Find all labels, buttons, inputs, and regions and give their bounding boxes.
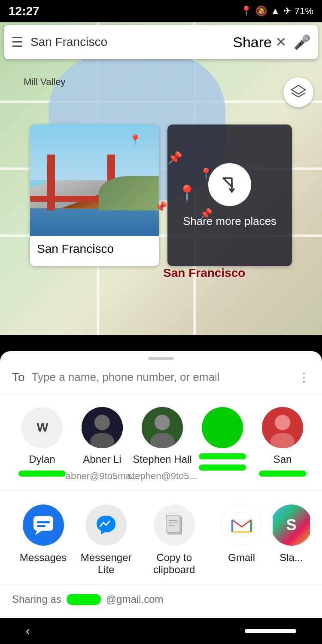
svg-point-9 xyxy=(155,415,170,430)
clipboard-icon-svg xyxy=(163,513,186,537)
menu-close-icon[interactable]: ☰ xyxy=(11,34,24,50)
notification-muted-icon: 🔕 xyxy=(255,6,267,17)
map-pin-5: 📍 xyxy=(129,134,142,146)
contact-name-san: San xyxy=(273,453,292,465)
sharing-as-suffix: @gmail.com xyxy=(106,593,164,605)
app-item-messenger[interactable]: Messenger Lite xyxy=(74,504,138,576)
map-label-san-francisco: San Francisco xyxy=(163,266,245,280)
contact-item-4[interactable] xyxy=(192,407,252,482)
svg-rect-20 xyxy=(166,515,180,532)
sharing-as-row: Sharing as @gmail.com xyxy=(0,585,322,610)
map-pin-1: 📌 xyxy=(167,151,182,165)
contact-email-stephen: stephen@9to5... xyxy=(128,471,197,482)
contact-badge-green-2 xyxy=(199,465,246,471)
contact-badge-san xyxy=(259,471,306,477)
abner-avatar-image xyxy=(82,407,123,448)
apps-section: Messages Messenger Lite xyxy=(0,491,322,585)
contact-name-abner: Abner Li xyxy=(83,453,121,465)
airplane-icon: ✈ xyxy=(283,6,291,17)
map-pin-4: 📍 xyxy=(200,167,213,179)
search-clear-icon[interactable]: ✕ xyxy=(275,34,287,50)
contact-avatar-green xyxy=(202,407,243,448)
hillside xyxy=(99,176,159,210)
to-input[interactable] xyxy=(32,371,298,384)
to-label: To xyxy=(12,371,25,384)
gmail-icon-svg xyxy=(229,512,255,538)
app-item-messages[interactable]: Messages xyxy=(12,504,74,576)
svg-rect-17 xyxy=(37,525,46,527)
microphone-icon[interactable]: 🎤 xyxy=(294,34,311,50)
back-button[interactable]: ‹ xyxy=(26,624,30,638)
svg-marker-15 xyxy=(35,531,42,535)
share-more-icon-circle xyxy=(208,163,251,206)
app-item-gmail[interactable]: Gmail xyxy=(210,504,273,576)
wifi-icon: ▲ xyxy=(270,6,280,17)
share-more-label: Share more places xyxy=(183,215,276,228)
contact-badge-dylan xyxy=(18,471,66,477)
stephen-avatar-image xyxy=(142,407,183,448)
san-avatar-image xyxy=(262,407,303,448)
app-item-slack[interactable]: S Sla... xyxy=(273,504,310,576)
wps-logo-icon: W xyxy=(37,421,47,434)
water-bg xyxy=(30,208,159,236)
more-options-icon[interactable]: ⋮ xyxy=(298,370,310,384)
contact-item-dylan[interactable]: W Dylan xyxy=(12,407,72,482)
contact-name-stephen: Stephen Hall xyxy=(133,453,191,465)
contact-avatar-dylan: W xyxy=(21,407,63,448)
contact-item-abner[interactable]: Abner Li abner@9to5ma... xyxy=(72,407,132,482)
messenger-icon-svg xyxy=(93,512,119,538)
contacts-section: W Dylan Abner Li abner@9to5ma... xyxy=(0,395,322,491)
search-bar: ☰ San Francisco Share ✕ 🎤 xyxy=(4,25,318,59)
share-more-arrow-icon xyxy=(219,174,240,195)
status-time: 12:27 xyxy=(9,4,39,18)
svg-rect-16 xyxy=(37,521,50,523)
share-bottom-sheet: To ⋮ W Dylan xyxy=(0,351,322,618)
app-name-clipboard: Copy to clipboard xyxy=(138,552,210,576)
contact-avatar-abner xyxy=(82,407,123,448)
navigation-bar: ‹ xyxy=(0,618,322,644)
contact-name-dylan: Dylan xyxy=(29,453,55,465)
status-icons: 📍 🔕 ▲ ✈ 71% xyxy=(240,6,313,17)
contact-avatar-stephen xyxy=(142,407,183,448)
app-name-messages: Messages xyxy=(20,552,67,564)
status-bar: 12:27 📍 🔕 ▲ ✈ 71% xyxy=(0,0,322,22)
apps-scroll-row: Messages Messenger Lite xyxy=(0,504,322,576)
svg-point-6 xyxy=(94,415,110,430)
map-pin-2: 📌 xyxy=(155,201,167,213)
app-name-messenger: Messenger Lite xyxy=(74,552,138,576)
app-name-slack: Sla... xyxy=(279,552,303,564)
messages-app-icon xyxy=(23,504,64,546)
battery-level: 71% xyxy=(295,6,313,17)
search-query-text: San Francisco xyxy=(30,35,233,49)
svg-marker-0 xyxy=(292,85,305,94)
contacts-scroll-row: W Dylan Abner Li abner@9to5ma... xyxy=(0,407,322,482)
map-pin-3: 📌 xyxy=(200,208,213,220)
map-layer-button[interactable] xyxy=(283,77,313,107)
sharing-as-prefix: Sharing as xyxy=(12,593,61,605)
share-dialog-title: Share xyxy=(233,34,272,51)
contact-item-san[interactable]: San xyxy=(252,407,313,482)
app-name-gmail: Gmail xyxy=(228,552,255,564)
app-item-clipboard[interactable]: Copy to clipboard xyxy=(138,504,210,576)
home-gesture-indicator[interactable] xyxy=(245,629,296,633)
svg-point-12 xyxy=(275,415,290,430)
slack-app-icon: S xyxy=(273,504,310,546)
layers-icon xyxy=(290,84,307,101)
map-label-mill-valley: Mill Valley xyxy=(24,76,65,88)
svg-line-3 xyxy=(223,178,232,187)
messenger-app-icon xyxy=(85,504,127,546)
bridge-tower-left xyxy=(47,155,55,210)
contact-avatar-san xyxy=(262,407,303,448)
place-cards-container: San Francisco Share more places xyxy=(30,125,296,266)
gmail-app-icon xyxy=(221,504,262,546)
sharing-as-email-badge xyxy=(67,594,101,605)
to-field-row: To ⋮ xyxy=(0,360,322,395)
location-icon: 📍 xyxy=(240,6,252,17)
contact-item-stephen[interactable]: Stephen Hall stephen@9to5... xyxy=(132,407,192,482)
contact-badge-green xyxy=(199,453,246,459)
clipboard-app-icon xyxy=(154,504,195,546)
messages-icon-svg xyxy=(32,513,55,537)
place-card-label: San Francisco xyxy=(30,236,159,262)
map-pin-main: 📍 xyxy=(177,184,197,202)
